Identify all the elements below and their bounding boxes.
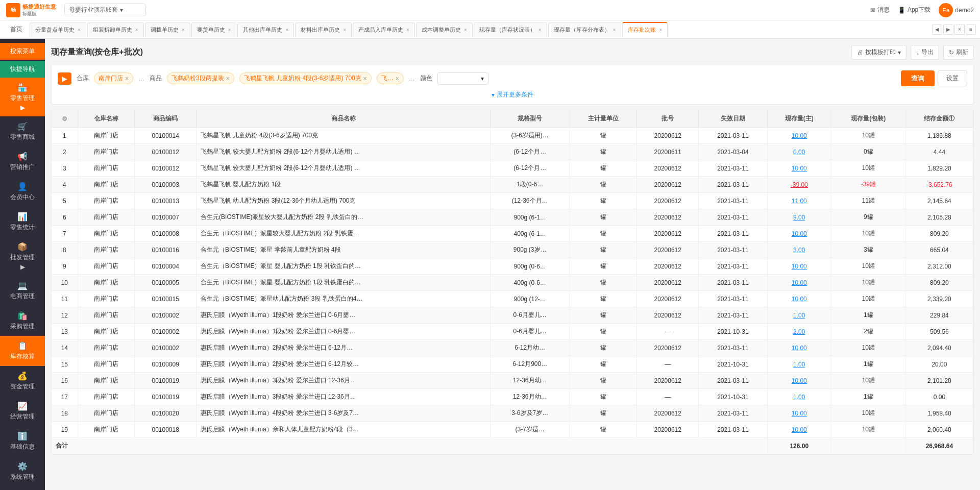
goods-tag-1[interactable]: 飞鹤奶粉3段两提装 × (167, 72, 234, 84)
sidebar-item-retail[interactable]: 🏪 零售管理 ▶ (0, 78, 45, 116)
row-qty-main[interactable]: 11.00 (767, 193, 831, 209)
warehouse-tag-close[interactable]: × (125, 75, 129, 82)
row-qty-main[interactable]: 10.00 (767, 405, 831, 422)
row-qty-main[interactable]: 10.00 (767, 226, 831, 242)
message-btn[interactable]: ✉ 消息 (870, 6, 890, 14)
export-btn[interactable]: ↓ 导出 (911, 45, 939, 60)
tab-close-2[interactable]: × (135, 27, 138, 33)
sidebar-item-marketing[interactable]: 📢 营销推广 (0, 146, 45, 177)
color-filter-dropdown[interactable]: ▾ (437, 72, 488, 85)
row-qty-main[interactable]: 3.00 (767, 242, 831, 258)
row-qty-pkg: 10罐 (831, 340, 905, 356)
row-spec: 1段(0-6… (491, 177, 570, 193)
query-btn[interactable]: 查询 (901, 70, 935, 86)
tab-next-btn[interactable]: ▶ (943, 24, 953, 35)
row-qty-main[interactable]: 10.00 (767, 422, 831, 438)
sidebar-item-operations[interactable]: 📈 经营管理 (0, 396, 45, 426)
row-name: 飞鹤星飞帆 较大婴儿配方奶粉 2段(6-12个月婴幼儿适用) … (197, 160, 491, 177)
row-qty-main[interactable]: 10.00 (767, 340, 831, 356)
warehouse-tag[interactable]: 南岸门店 × (94, 72, 133, 84)
tab-yaohuo[interactable]: 要货单历史 × (191, 22, 237, 37)
goods-tag-1-close[interactable]: × (226, 75, 230, 82)
tab-menu-btn[interactable]: ≡ (966, 24, 976, 35)
tab-xiancunliang-status[interactable]: 现存量（库存状况表） × (474, 22, 547, 37)
goods-tag-2[interactable]: 飞鹤星飞帆 儿童奶粉 4段(3-6岁适用) 700克 × (239, 72, 372, 84)
tab-close-11[interactable]: × (659, 27, 662, 33)
sidebar-item-member[interactable]: 👤 会员中心 (0, 177, 45, 207)
tab-zuzhaichaijian[interactable]: 组装拆卸单历史 × (87, 22, 144, 37)
column-settings-icon[interactable]: ⚙ (62, 115, 67, 122)
tab-cailiaochu[interactable]: 材料出库单历史 × (295, 22, 352, 37)
sidebar-search[interactable]: 搜索菜单 (0, 43, 45, 60)
row-expire: 2021-03-11 (699, 258, 768, 275)
sidebar-item-corp[interactable]: 🤝 企业协同 (0, 486, 45, 490)
goods-more[interactable]: … (409, 75, 415, 82)
tab-close-4[interactable]: × (228, 27, 231, 33)
row-qty-main[interactable]: 0.00 (767, 144, 831, 160)
expand-conditions[interactable]: ▾ 展开更多条件 (58, 90, 967, 99)
tab-chengbentiaoz[interactable]: 成本调整单历史 × (416, 22, 473, 37)
row-qty-main[interactable]: 2.00 (767, 324, 831, 340)
tab-close-5[interactable]: × (285, 27, 288, 33)
tab-close-10[interactable]: × (613, 27, 616, 33)
filter-expand-arrow[interactable]: ▶ (58, 72, 71, 85)
row-qty-main[interactable]: 1.00 (767, 307, 831, 324)
row-expire: 2021-03-11 (699, 340, 768, 356)
warehouse-more[interactable]: … (138, 75, 144, 82)
tab-close-7[interactable]: × (406, 27, 409, 33)
tab-fenliangpandian[interactable]: 分量盘点单历史 × (30, 22, 86, 37)
row-qty-main[interactable]: 1.00 (767, 356, 831, 373)
sidebar-item-retail-shop[interactable]: 🛒 零售商城 (0, 116, 45, 146)
setting-btn[interactable]: 设置 (938, 70, 967, 86)
page-header: 现存量查询(按仓库+批次) 🖨 按模板打印 ▾ ↓ 导出 ↻ 刷新 (51, 45, 974, 60)
row-qty-main[interactable]: 10.00 (767, 160, 831, 177)
row-batch: 20200612 (637, 209, 699, 226)
row-qty-main[interactable]: -39.00 (767, 177, 831, 193)
refresh-btn[interactable]: ↻ 刷新 (943, 45, 974, 60)
tab-qitachuku[interactable]: 其他出库单历史 × (237, 22, 294, 37)
row-qty-main[interactable]: 9.00 (767, 209, 831, 226)
sidebar-item-purchase[interactable]: 🛍️ 采购管理 (0, 306, 45, 336)
color-filter-label: 颜色 (420, 74, 432, 83)
app-download-btn[interactable]: 📱 App下载 (898, 6, 930, 14)
sidebar-item-inventory[interactable]: 📋 库存核算 (0, 336, 45, 366)
tab-close-9[interactable]: × (538, 27, 542, 33)
row-qty-main[interactable]: 10.00 (767, 291, 831, 307)
tab-home[interactable]: 首页 (4, 22, 29, 37)
sidebar-item-basic[interactable]: ℹ️ 基础信息 (0, 426, 45, 456)
tab-diaobolan[interactable]: 调拨单历史 × (145, 22, 190, 37)
tab-close-6[interactable]: × (343, 27, 346, 33)
row-qty-main[interactable]: 1.00 (767, 389, 831, 405)
row-qty-main[interactable]: 10.00 (767, 128, 831, 144)
tab-prev-btn[interactable]: ◀ (932, 24, 942, 35)
row-warehouse: 南岸门店 (78, 258, 135, 275)
tab-close-all-btn[interactable]: × (954, 24, 965, 35)
tab-close-3[interactable]: × (182, 27, 185, 33)
col-settings[interactable]: ⚙ (52, 110, 78, 128)
row-batch: 20200612 (637, 405, 699, 422)
tab-kucun-pici[interactable]: 库存批次账 × (622, 22, 668, 37)
sidebar-item-ecommerce[interactable]: 💻 电商管理 (0, 276, 45, 306)
row-qty-main[interactable]: 10.00 (767, 258, 831, 275)
row-qty-main[interactable]: 10.00 (767, 275, 831, 291)
sidebar-nav[interactable]: 快捷导航 (0, 61, 45, 78)
goods-tag-2-close[interactable]: × (363, 75, 367, 82)
sidebar-item-wholesale[interactable]: 📦 批发管理 ▶ (0, 237, 45, 276)
user-menu[interactable]: Ea demo2 (939, 3, 974, 17)
tab-xiancunliang-dist[interactable]: 现存量（库存分布表） × (548, 22, 622, 37)
row-expire: 2021-10-31 (699, 324, 768, 340)
row-qty-main[interactable]: 10.00 (767, 373, 831, 389)
sidebar-item-stats[interactable]: 📊 零售统计 (0, 207, 45, 237)
tab-close-8[interactable]: × (464, 27, 467, 33)
print-btn[interactable]: 🖨 按模板打印 ▾ (851, 45, 906, 60)
workspace-selector[interactable]: 母婴行业演示账套 ▾ (64, 4, 146, 16)
dropdown-arrow: ▾ (120, 7, 123, 14)
sidebar-item-system[interactable]: ⚙️ 系统管理 (0, 456, 45, 486)
tab-close-1[interactable]: × (78, 27, 81, 33)
sidebar-item-finance[interactable]: 💰 资金管理 (0, 366, 45, 396)
goods-tag-3[interactable]: 飞… × (377, 72, 404, 84)
row-amount: 2,101.20 (905, 373, 973, 389)
row-expire: 2021-10-31 (699, 389, 768, 405)
goods-tag-3-close[interactable]: × (396, 75, 399, 82)
tab-chanchengpin[interactable]: 产成品入库单历史 × (353, 22, 415, 37)
